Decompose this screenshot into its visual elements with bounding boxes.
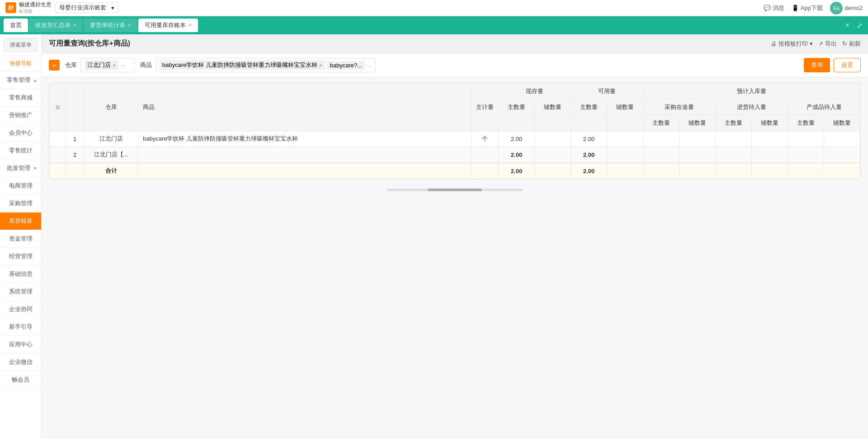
product-tag-extra-value: babycare?... (330, 62, 362, 69)
row2-warehouse: 江北门店【... (84, 147, 138, 163)
row1-inbound-aux (752, 131, 788, 147)
sidebar-item-basic-info[interactable]: 基础信息 (0, 265, 41, 283)
sidebar-item-member[interactable]: 会员中心 (0, 124, 41, 142)
refresh-button[interactable]: ↻ 刷新 (842, 40, 861, 48)
warehouse-more-icon[interactable]: ··· (120, 62, 125, 69)
sidebar-item-system[interactable]: 系统管理 (0, 283, 41, 301)
product-filter-label: 商品 (140, 61, 152, 69)
tab-requisition-close[interactable]: × (128, 23, 131, 28)
tab-home[interactable]: 首页 (4, 19, 28, 32)
sidebar-label-system: 系统管理 (4, 288, 38, 296)
sidebar-item-marketing[interactable]: 营销推广 (0, 107, 41, 124)
footer-product-main (788, 163, 824, 179)
row2-purchase-aux (679, 147, 716, 163)
tab-requisition-stats[interactable]: 要货单统计表 × (84, 19, 137, 32)
footer-purchase-aux (679, 163, 716, 179)
sidebar-item-retail-mall[interactable]: 零售商城 (0, 89, 41, 107)
th-unit: 主计量 (472, 84, 499, 131)
filter-toggle-button[interactable]: » (49, 60, 60, 71)
th-inbound-aux: 辅数量 (752, 115, 788, 131)
sidebar-item-operations[interactable]: 经营管理 (0, 248, 41, 265)
tab-close-all-button[interactable]: × (844, 19, 851, 31)
product-more-icon[interactable]: ··· (367, 62, 372, 69)
horizontal-scrollbar[interactable] (387, 189, 523, 191)
sidebar-item-enterprise-wechat[interactable]: 企业微信 (0, 354, 41, 371)
quick-nav-button[interactable]: 快捷导航 (0, 56, 41, 71)
industry-label: 母婴行业演示账套 (59, 4, 106, 12)
search-menu-button[interactable]: 搜索菜单 (4, 38, 38, 52)
footer-unit (472, 163, 499, 179)
logo-area: 好 畅捷通好生意 标准版 (5, 1, 52, 14)
sidebar-label-finance: 资金管理 (4, 235, 38, 243)
table-row: 1 江北门店 babycare学饮杯 儿童防摔防撞吸管杯重力球吸嘴杯宝宝水杯 个… (50, 131, 860, 147)
tab-available-inventory[interactable]: 可用量库存账本 × (138, 19, 198, 32)
sidebar: 搜索菜单 快捷导航 零售管理 ▲ 零售商城 营销推广 会员中心 零售统计 批发管… (0, 34, 42, 439)
footer-avail-main: 2.00 (571, 163, 607, 179)
username-label: demo2 (844, 5, 863, 11)
th-avail-aux2 (607, 115, 643, 131)
row1-product: babycare学饮杯 儿童防摔防撞吸管杯重力球吸嘴杯宝宝水杯 (138, 131, 472, 147)
footer-product-aux (824, 163, 860, 179)
sidebar-label-enterprise-collab: 企业协同 (4, 305, 38, 313)
sidebar-label-wholesale: 批发管理 (4, 164, 33, 172)
tab-maximize-button[interactable]: ⤢ (855, 19, 864, 32)
tab-available-close[interactable]: × (189, 23, 192, 28)
warehouse-input[interactable]: 江北门店 × ··· (80, 58, 135, 72)
sidebar-label-inventory: 库存核算 (4, 217, 38, 225)
tab-receipt-close[interactable]: × (73, 23, 76, 28)
sidebar-item-app-center[interactable]: 应用中心 (0, 336, 41, 354)
settings-button[interactable]: 设置 (834, 58, 861, 72)
sidebar-item-wholesale[interactable]: 批发管理 ▼ (0, 160, 41, 177)
sidebar-item-enterprise-collab[interactable]: 企业协同 (0, 301, 41, 318)
footer-stock-main: 2.00 (499, 163, 535, 179)
product-tag-value: babycare学饮杯 儿童防摔防撞吸管杯重力球吸嘴杯宝宝水杯 (162, 61, 317, 69)
chevron-icon-wholesale: ▼ (33, 166, 38, 171)
app-download-button[interactable]: 📱 App下载 (792, 4, 823, 12)
user-profile[interactable]: Ea demo2 (830, 2, 863, 14)
main-layout: 搜索菜单 快捷导航 零售管理 ▲ 零售商城 营销推广 会员中心 零售统计 批发管… (0, 34, 868, 439)
th-seq (66, 84, 84, 131)
sidebar-item-ecommerce[interactable]: 电商管理 (0, 177, 41, 195)
print-button[interactable]: 🖨 按模板打印 ▾ (771, 40, 813, 48)
sidebar-label-enterprise-wechat: 企业微信 (4, 358, 38, 366)
sidebar-item-member-vip[interactable]: 畅会员 (0, 371, 41, 389)
th-avail-aux: 辅数量 (607, 99, 643, 115)
th-purchase-aux: 辅数量 (679, 115, 716, 131)
export-icon: ↗ (818, 40, 823, 47)
content-area: 可用量查询(按仓库+商品) 🖨 按模板打印 ▾ ↗ 导出 ↻ 刷新 » (42, 34, 868, 439)
warehouse-tag-close[interactable]: × (113, 62, 116, 69)
th-inbound-main: 主数量 (716, 115, 752, 131)
tab-available-label: 可用量库存账本 (145, 21, 186, 29)
row2-stock-aux (535, 147, 571, 163)
tab-receipt-summary[interactable]: 收发存汇总表 × (29, 19, 83, 32)
scrollbar-thumb[interactable] (428, 189, 482, 191)
sidebar-item-purchase[interactable]: 采购管理 (0, 195, 41, 212)
top-bar: 好 畅捷通好生意 标准版 母婴行业演示账套 ▾ 💬 消息 📱 App下载 Ea … (0, 0, 868, 16)
product-input[interactable]: babycare学饮杯 儿童防摔防撞吸管杯重力球吸嘴杯宝宝水杯 × babyca… (156, 58, 376, 72)
sidebar-item-retail-mgmt[interactable]: 零售管理 ▲ (0, 71, 41, 89)
th-product: 商品 (138, 84, 472, 131)
sidebar-label-operations: 经营管理 (4, 252, 38, 260)
message-button[interactable]: 💬 消息 (764, 4, 784, 12)
th-purchase-group: 采购在途量 (643, 99, 716, 115)
sidebar-item-finance[interactable]: 资金管理 (0, 230, 41, 248)
logo-icon: 好 (5, 2, 16, 13)
table-container: ⚙ 仓库 商品 主计量 现存量 (49, 83, 861, 179)
filter-bar: » 仓库 江北门店 × ··· 商品 babycare学饮杯 儿童防摔防撞吸管杯… (42, 53, 868, 77)
row2-inbound-main (716, 147, 752, 163)
sidebar-item-retail-stats[interactable]: 零售统计 (0, 142, 41, 160)
settings-gear-icon[interactable]: ⚙ (55, 104, 61, 111)
export-button[interactable]: ↗ 导出 (818, 40, 837, 48)
chevron-down-icon: ▾ (111, 5, 114, 11)
query-button[interactable]: 查询 (804, 58, 830, 72)
row1-inbound-main (716, 131, 752, 147)
message-icon: 💬 (764, 5, 771, 11)
industry-selector[interactable]: 母婴行业演示账套 ▾ (55, 2, 118, 13)
row1-warehouse: 江北门店 (84, 131, 138, 147)
tab-bar-actions: × ⤢ (844, 19, 864, 32)
product-tag-close[interactable]: × (319, 62, 323, 69)
sidebar-item-inventory[interactable]: 库存核算 (0, 212, 41, 230)
footer-stock-aux (535, 163, 571, 179)
sidebar-item-new-guide[interactable]: 新手引导 (0, 318, 41, 336)
chevron-icon-retail-mgmt: ▲ (33, 78, 38, 83)
